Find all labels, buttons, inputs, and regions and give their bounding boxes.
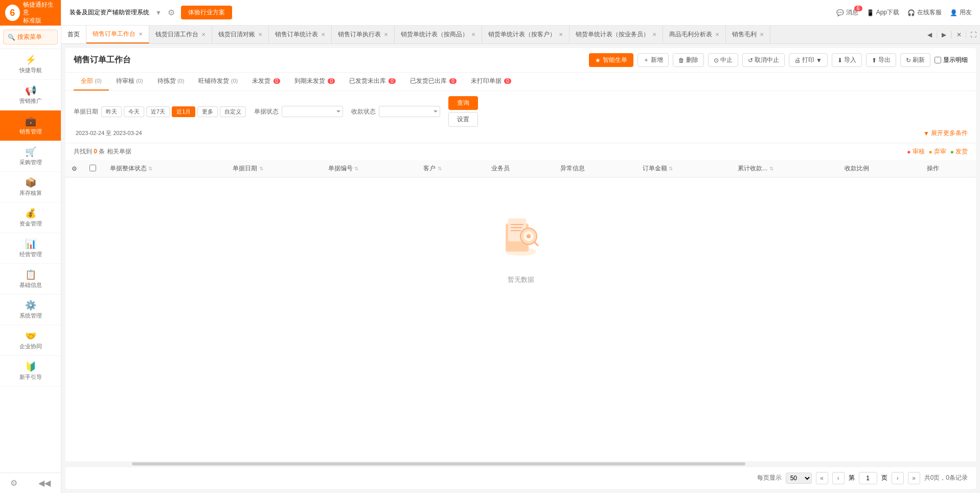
import-button[interactable]: ⬇ 导入: [832, 53, 862, 67]
sidebar-collapse-button[interactable]: ◀◀: [38, 478, 51, 488]
page-size-select[interactable]: 50 20 100: [786, 473, 812, 484]
last-page-button[interactable]: »: [908, 472, 920, 484]
tab-close-sales-stats-customer[interactable]: ✕: [559, 32, 563, 37]
date-today-button[interactable]: 今天: [124, 106, 144, 117]
smart-generate-button[interactable]: ★ 智能生单: [589, 53, 633, 67]
sidebar-item-purchase[interactable]: 🛒 采购管理: [0, 141, 61, 172]
sidebar-item-system[interactable]: ⚙️ 系统管理: [0, 295, 61, 325]
subtab-wangpu-pending[interactable]: 旺铺待发货 (0): [191, 73, 245, 91]
sort-amount-icon[interactable]: ⇅: [669, 166, 673, 171]
sidebar-item-guide[interactable]: 🔰 新手引导: [0, 356, 61, 387]
ship-action-button[interactable]: ● 发货: [950, 147, 968, 156]
quick-nav-icon: ⚡: [25, 54, 36, 65]
sidebar-logo[interactable]: 6 畅捷通好生意 标准版: [0, 0, 61, 26]
message-button[interactable]: 💬 消息 6: [836, 8, 858, 17]
sidebar-item-sales[interactable]: 💼 销售管理: [0, 110, 61, 141]
show-detail-checkbox-area[interactable]: 显示明细: [935, 56, 968, 64]
select-all-checkbox[interactable]: [89, 165, 96, 171]
sidebar-item-basic[interactable]: 📋 基础信息: [0, 264, 61, 295]
sidebar-item-finance[interactable]: 💰 资金管理: [0, 203, 61, 233]
next-page-button[interactable]: ›: [892, 472, 904, 484]
expand-filter-button[interactable]: ▼ 展开更多条件: [923, 129, 968, 138]
settings-icon[interactable]: ⚙: [168, 8, 175, 17]
date-1month-button[interactable]: 近1月: [172, 106, 195, 117]
subtab-all[interactable]: 全部 (0): [74, 73, 109, 91]
export-button[interactable]: ⬆ 导出: [866, 53, 896, 67]
tab-sales-order-exec[interactable]: 销售订单执行表 ✕: [332, 26, 395, 43]
tab-close-sales-stats-staff[interactable]: ✕: [652, 32, 656, 37]
cancel-review-action-button[interactable]: ● 弃审: [929, 147, 946, 156]
solution-button[interactable]: 体验行业方案: [181, 6, 232, 19]
tab-close-sales-order-workbench[interactable]: ✕: [139, 31, 143, 37]
tab-home[interactable]: 首页: [61, 26, 86, 43]
tab-expand-button[interactable]: ⛶: [966, 31, 980, 38]
delete-button[interactable]: 🗑 删除: [673, 53, 704, 67]
online-service-button[interactable]: 🎧 在线客服: [907, 8, 942, 17]
tab-close-cash-reconcile[interactable]: ✕: [258, 32, 262, 37]
search-menu-button[interactable]: 🔍 搜索菜单: [3, 30, 58, 44]
sort-status-icon[interactable]: ⇅: [148, 166, 152, 171]
add-button[interactable]: ＋ 新增: [637, 53, 669, 67]
status-filter-select[interactable]: [282, 106, 343, 117]
app-download-button[interactable]: 📱 App下载: [867, 8, 899, 17]
print-button[interactable]: 🖨 打印 ▼: [789, 53, 828, 67]
review-action-button[interactable]: ● 审核: [907, 147, 924, 156]
tab-cash-daily[interactable]: 钱货日清工作台 ✕: [149, 26, 212, 43]
tab-close-cash-daily[interactable]: ✕: [201, 32, 206, 37]
tab-close-sales-order-exec[interactable]: ✕: [384, 32, 388, 37]
tab-scroll-right-button[interactable]: ▶: [937, 31, 951, 38]
settings-button[interactable]: 设置: [448, 112, 478, 127]
subtab-expired-not-shipped[interactable]: 到期未发货 0: [287, 73, 342, 91]
subtab-shipped-out[interactable]: 已发货已出库 0: [403, 73, 464, 91]
subtab-not-shipped[interactable]: 未发货 0: [245, 73, 287, 91]
sidebar-item-marketing[interactable]: 📢 营销推广: [0, 80, 61, 110]
subtab-not-printed[interactable]: 未打印单据 0: [464, 73, 518, 91]
tab-close-sales-more[interactable]: ✕: [760, 32, 764, 37]
tab-close-sales-order-stats[interactable]: ✕: [321, 32, 325, 37]
user-menu-button[interactable]: 👤 用友: [950, 8, 972, 17]
date-custom-button[interactable]: 自定义: [220, 106, 246, 117]
sidebar-item-quick-nav[interactable]: ⚡ 快捷导航: [0, 49, 61, 80]
subtab-pending-review[interactable]: 待审核 (0): [109, 73, 150, 91]
date-yesterday-button[interactable]: 昨天: [101, 106, 122, 117]
sort-date-icon[interactable]: ⇅: [259, 166, 263, 171]
refresh-button[interactable]: ↻ 刷新: [900, 53, 930, 67]
next-page-icon: ›: [897, 475, 899, 482]
sidebar-item-inventory[interactable]: 📦 库存核算: [0, 172, 61, 203]
tab-sales-order-workbench[interactable]: 销售订单工作台 ✕: [86, 26, 149, 43]
tab-cash-reconcile[interactable]: 钱货日清对账 ✕: [212, 26, 269, 43]
sort-number-icon[interactable]: ⇅: [354, 166, 358, 171]
tab-sales-stats-product[interactable]: 销货单统计表（按商品） ✕: [395, 26, 482, 43]
sidebar-item-cooperation[interactable]: 🤝 企业协同: [0, 325, 61, 356]
query-button[interactable]: 查询: [448, 96, 478, 110]
show-detail-checkbox[interactable]: [935, 57, 941, 63]
horizontal-scrollbar[interactable]: [65, 461, 976, 466]
date-more-button[interactable]: 更多: [197, 106, 218, 117]
sort-customer-icon[interactable]: ⇅: [438, 166, 442, 171]
cancel-stop-button[interactable]: ↺ 取消中止: [742, 53, 785, 67]
tab-product-margin[interactable]: 商品毛利分析表 ✕: [663, 26, 726, 43]
tab-sales-stats-staff[interactable]: 销货单统计表（按业务员） ✕: [569, 26, 663, 43]
date-7days-button[interactable]: 近7天: [146, 106, 170, 117]
tab-close-all-button[interactable]: ✕: [951, 31, 966, 38]
tab-sales-order-stats[interactable]: 销售订单统计表 ✕: [269, 26, 332, 43]
tab-close-sales-stats-product[interactable]: ✕: [471, 32, 475, 37]
stop-button[interactable]: ⊙ 中止: [708, 53, 738, 67]
sidebar-item-operations[interactable]: 📊 经营管理: [0, 233, 61, 264]
tab-sales-more[interactable]: 销售毛利 ✕: [726, 26, 770, 43]
subtab-pending-inspect[interactable]: 待拣货 (0): [150, 73, 192, 91]
scrollbar-thumb[interactable]: [132, 462, 745, 465]
sidebar-settings-button[interactable]: ⚙: [10, 478, 17, 488]
settings-col-icon[interactable]: ⚙: [72, 165, 77, 172]
subtab-shipped-not-out[interactable]: 已发货未出库 0: [342, 73, 403, 91]
sort-collected-icon[interactable]: ⇅: [769, 166, 773, 171]
tab-scroll-left-button[interactable]: ◀: [923, 31, 937, 38]
tab-sales-stats-customer[interactable]: 销货单统计表（按客户） ✕: [482, 26, 569, 43]
status-filter-label: 单据状态: [254, 107, 279, 116]
ship-dot: ●: [950, 148, 954, 155]
payment-filter-select[interactable]: [379, 106, 440, 117]
first-page-button[interactable]: «: [816, 472, 828, 484]
page-number-input[interactable]: [859, 472, 877, 484]
tab-close-product-margin[interactable]: ✕: [715, 32, 719, 37]
prev-page-button[interactable]: ‹: [832, 472, 845, 484]
